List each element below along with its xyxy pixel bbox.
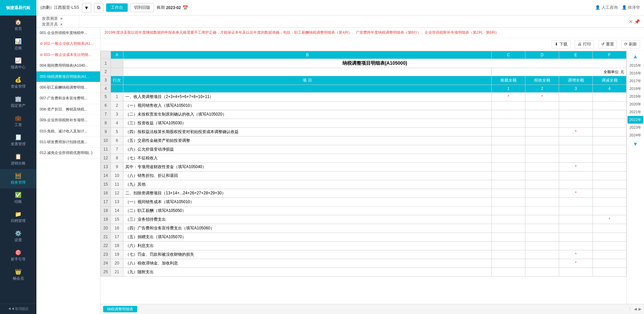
left-panel-item-1[interactable]: ⊘ 002-一般企业收入明细表(A1... xyxy=(36,38,100,49)
e-cell-1[interactable] xyxy=(559,101,593,110)
table-row[interactable]: 13 9 其中：专项用途财政性资金（填写A105040） * xyxy=(101,162,626,171)
sidebar-item-settings[interactable]: ⚙️设置 xyxy=(0,227,36,246)
year-up-icon[interactable]: ▲ xyxy=(632,52,640,61)
e-cell-20[interactable] xyxy=(559,268,593,276)
e-cell-6[interactable] xyxy=(559,145,593,154)
e-cell-12[interactable] xyxy=(559,197,593,206)
table-row[interactable]: 14 10 （八）销售折扣、折让和退回 xyxy=(101,171,626,180)
work-desk-button[interactable]: 工作台 xyxy=(106,3,128,12)
c-cell-20[interactable] xyxy=(492,268,525,276)
table-row[interactable]: 24 20 （八）税收滞纳金、加收利息 * xyxy=(101,259,626,268)
left-panel-item-5[interactable]: 006-职工薪酬纳税调整明细... xyxy=(36,82,100,93)
f-cell-5[interactable] xyxy=(593,136,626,145)
table-row[interactable]: 18 14 （二）职工薪酬（填写A105050） xyxy=(101,206,626,215)
sidebar-item-assets[interactable]: 🏢固定资产 xyxy=(0,92,36,112)
table-row[interactable]: 12 8 （七）不征税收入 xyxy=(101,154,626,162)
e-cell-17[interactable] xyxy=(559,241,593,250)
tab-5[interactable]: 发票开具✕ xyxy=(38,22,79,27)
year-item-2022年[interactable]: 2022年 xyxy=(627,116,643,124)
f-cell-0[interactable] xyxy=(593,92,626,101)
d-cell-18[interactable] xyxy=(525,250,559,259)
sidebar-item-close[interactable]: ✅结账 xyxy=(0,188,36,208)
f-cell-11[interactable] xyxy=(593,189,626,197)
c-cell-19[interactable] xyxy=(492,259,525,268)
table-row[interactable]: 6 2 （一）视同销售收入（填写A105010） xyxy=(101,101,626,110)
year-item-2019年[interactable]: 2019年 xyxy=(627,93,643,100)
c-cell-13[interactable] xyxy=(492,206,525,215)
table-row[interactable]: 17 13 （一）视同销售成本（填写A105010） xyxy=(101,197,626,206)
d-cell-1[interactable] xyxy=(525,101,559,110)
sidebar-item-member[interactable]: 👑畅会员 xyxy=(0,265,36,284)
calendar-icon[interactable]: 📅 xyxy=(182,5,188,10)
left-panel-item-9[interactable]: 010-免税、减计收入及加计... xyxy=(36,126,100,137)
table-row[interactable]: 25 21 （九）随附支出 xyxy=(101,268,626,276)
year-item-2024年[interactable]: 2024年 xyxy=(627,131,643,139)
f-cell-18[interactable] xyxy=(593,250,626,259)
e-cell-4[interactable]: * xyxy=(559,127,593,136)
c-cell-6[interactable] xyxy=(492,145,525,154)
f-cell-16[interactable] xyxy=(593,232,626,241)
d-cell-6[interactable] xyxy=(525,145,559,154)
d-cell-11[interactable] xyxy=(525,189,559,197)
d-cell-5[interactable] xyxy=(525,136,559,145)
e-cell-16[interactable] xyxy=(559,232,593,241)
sidebar-item-home[interactable]: 🏠首页 xyxy=(0,15,36,35)
c-cell-18[interactable] xyxy=(492,250,525,259)
d-cell-0[interactable]: * xyxy=(525,92,559,101)
e-cell-19[interactable]: * xyxy=(559,259,593,268)
table-wrap[interactable]: A B C D E F 1 纳税调整项目明细表(A105000)2 全额单位: … xyxy=(100,51,626,304)
sidebar-item-guide[interactable]: 🎯新手引导 xyxy=(0,246,36,265)
e-cell-14[interactable] xyxy=(559,215,593,224)
year-item-2021年[interactable]: 2021年 xyxy=(627,108,643,116)
table-row[interactable]: 10 6 （五）交易性金融资产初始投资调整 xyxy=(101,136,626,145)
c-cell-3[interactable] xyxy=(492,119,525,127)
table-row[interactable]: 21 17 （五）捐赠支出（填写A105070） xyxy=(101,232,626,241)
sidebar-unpin[interactable]: ◀◀ 取消固定 xyxy=(0,304,36,314)
table-row[interactable]: 11 7 （六）公允价值变动净损益 xyxy=(101,145,626,154)
sidebar-item-ledger[interactable]: 📊总账 xyxy=(0,35,36,54)
left-panel-item-8[interactable]: 009-企业所得税附补专项明... xyxy=(36,115,100,126)
sidebar-item-reports[interactable]: 📈报表中心 xyxy=(0,54,36,73)
table-row[interactable]: 8 4 （三）投资收益（填写A105030） xyxy=(101,119,626,127)
print-button[interactable]: 🖨 打印 xyxy=(575,40,594,49)
f-cell-13[interactable] xyxy=(593,206,626,215)
sidebar-item-stock[interactable]: 📋进销台账 xyxy=(0,150,36,169)
e-cell-2[interactable] xyxy=(559,110,593,119)
old-version-button[interactable]: 切到旧版 xyxy=(130,3,154,12)
sidebar-item-tax[interactable]: 🧮税务管理 xyxy=(0,169,36,188)
c-cell-1[interactable] xyxy=(492,101,525,110)
reset-button[interactable]: ↺ 重置 xyxy=(598,40,617,49)
year-item-2017年[interactable]: 2017年 xyxy=(627,77,643,85)
d-cell-4[interactable] xyxy=(525,127,559,136)
f-cell-20[interactable] xyxy=(593,268,626,276)
pin-button[interactable]: 📌 xyxy=(634,19,640,24)
f-cell-1[interactable] xyxy=(593,101,626,110)
c-cell-14[interactable] xyxy=(492,215,525,224)
table-row[interactable]: 20 16 （四）广告费和业务宣传费支出（填写A105060） xyxy=(101,224,626,232)
e-cell-8[interactable]: * xyxy=(559,162,593,171)
service-btn[interactable]: 👤 人工咨询 xyxy=(595,5,617,10)
f-cell-10[interactable] xyxy=(593,180,626,189)
sidebar-item-funds[interactable]: 💰资金管理 xyxy=(0,73,36,92)
d-cell-15[interactable] xyxy=(525,224,559,232)
c-cell-2[interactable] xyxy=(492,110,525,119)
scroll-bar-right[interactable]: ▶ xyxy=(639,307,641,311)
table-row[interactable]: 7 3 （二）未按权责发生制原则确认的收入（填写A105020） xyxy=(101,110,626,119)
e-cell-10[interactable] xyxy=(559,180,593,189)
sheet-tab[interactable]: 纳税调整明细表 xyxy=(103,306,137,312)
year-item-2015年[interactable]: 2015年 xyxy=(627,62,643,69)
d-cell-8[interactable] xyxy=(525,162,559,171)
c-cell-8[interactable] xyxy=(492,162,525,171)
e-cell-0[interactable] xyxy=(559,92,593,101)
left-panel-item-11[interactable]: 012-减免企业所得税优惠明细(..} xyxy=(36,148,100,158)
d-cell-17[interactable] xyxy=(525,241,559,250)
left-panel-item-2[interactable]: ⊘ 003-一般企业成本支出明细... xyxy=(36,50,100,60)
company-dropdown[interactable]: ▼ xyxy=(82,3,91,12)
left-panel-item-4[interactable]: 005-纳税调整项目明细表(A1... xyxy=(36,71,100,82)
f-cell-15[interactable] xyxy=(593,224,626,232)
copy-icon[interactable]: ⧉ xyxy=(94,3,103,12)
f-cell-3[interactable] xyxy=(593,119,626,127)
c-cell-16[interactable] xyxy=(492,232,525,241)
c-cell-15[interactable] xyxy=(492,224,525,232)
table-row[interactable]: 5 1 一、收入类调整项目（2+3+4+5+6+7+8+10+11） * * xyxy=(101,92,626,101)
